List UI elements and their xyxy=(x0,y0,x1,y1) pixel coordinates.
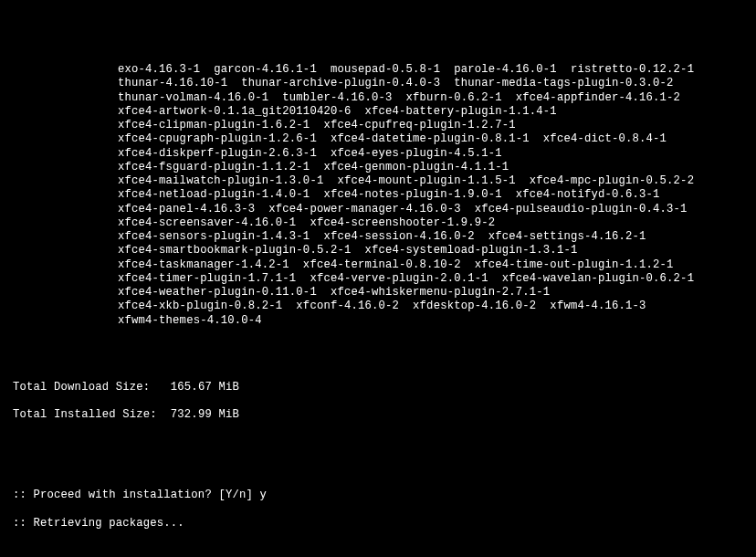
totals-section: Total Download Size: 165.67 MiB Total In… xyxy=(13,366,743,436)
package-line: xfce4-clipman-plugin-1.6.2-1 xfce4-cpufr… xyxy=(118,119,743,132)
package-line: xfce4-fsguard-plugin-1.1.2-1 xfce4-genmo… xyxy=(118,161,743,174)
package-line: xfce4-cpugraph-plugin-1.2.6-1 xfce4-date… xyxy=(118,132,743,146)
package-line: xfce4-netload-plugin-1.4.0-1 xfce4-notes… xyxy=(118,188,743,202)
package-line: xfce4-panel-4.16.3-3 xfce4-power-manager… xyxy=(118,203,743,216)
total-installed-value: 732.99 MiB xyxy=(171,408,239,421)
package-list-block: exo-4.16.3-1 garcon-4.16.1-1 mousepad-0.… xyxy=(13,63,743,328)
total-download: Total Download Size: 165.67 MiB xyxy=(13,381,743,394)
package-line: xfwm4-themes-4.10.0-4 xyxy=(118,314,743,328)
package-line: xfce4-screensaver-4.16.0-1 xfce4-screens… xyxy=(118,216,743,230)
total-download-value: 165.67 MiB xyxy=(171,381,239,394)
package-line: xfce4-sensors-plugin-1.4.3-1 xfce4-sessi… xyxy=(118,230,743,244)
prompt-section: :: Proceed with installation? [Y/n] y ::… xyxy=(13,475,743,544)
total-installed: Total Installed Size: 732.99 MiB xyxy=(13,408,743,422)
package-line: xfce4-artwork-0.1.1a_git20110420-6 xfce4… xyxy=(118,105,743,119)
proceed-prompt[interactable]: :: Proceed with installation? [Y/n] y xyxy=(13,489,743,502)
package-line: exo-4.16.3-1 garcon-4.16.1-1 mousepad-0.… xyxy=(118,63,743,77)
package-line: xfce4-mailwatch-plugin-1.3.0-1 xfce4-mou… xyxy=(118,174,743,188)
package-line: xfce4-weather-plugin-0.11.0-1 xfce4-whis… xyxy=(118,286,743,300)
package-line: xfce4-timer-plugin-1.7.1-1 xfce4-verve-p… xyxy=(118,272,743,286)
package-line: xfce4-diskperf-plugin-2.6.3-1 xfce4-eyes… xyxy=(118,147,743,161)
package-line: thunar-4.16.10-1 thunar-archive-plugin-0… xyxy=(118,77,743,90)
total-installed-label: Total Installed Size: xyxy=(13,408,171,421)
package-line: xfce4-xkb-plugin-0.8.2-1 xfconf-4.16.0-2… xyxy=(118,300,743,313)
package-line: xfce4-smartbookmark-plugin-0.5.2-1 xfce4… xyxy=(118,244,743,257)
total-download-label: Total Download Size: xyxy=(13,381,171,394)
retrieving-message: :: Retrieving packages... xyxy=(13,517,743,531)
package-line: xfce4-taskmanager-1.4.2-1 xfce4-terminal… xyxy=(118,258,743,272)
package-line: thunar-volman-4.16.0-1 tumbler-4.16.0-3 … xyxy=(118,91,743,105)
